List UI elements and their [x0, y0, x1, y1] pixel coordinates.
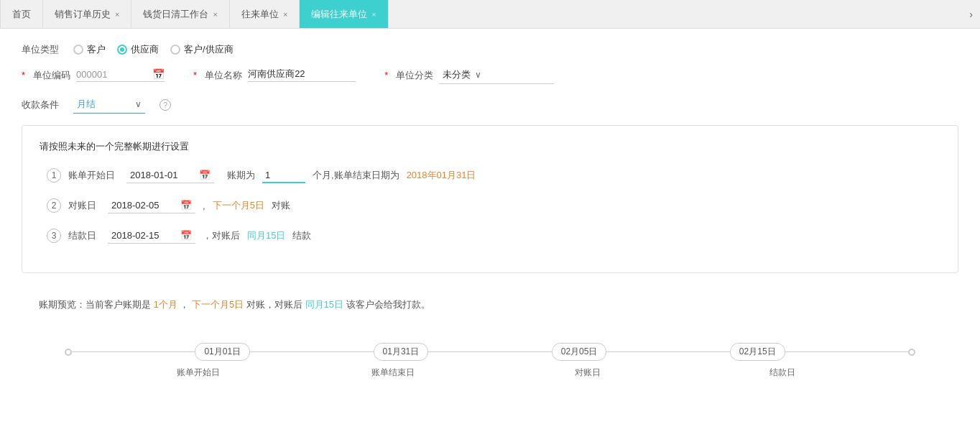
preview-next-date: 下一个月5日: [192, 299, 244, 310]
timeline-node-3: 02月05日: [552, 343, 607, 361]
tab-cash-work[interactable]: 钱货日清工作台 ×: [131, 0, 229, 28]
unit-name-label: 单位名称: [205, 69, 242, 82]
setting-row-2: 2 对账日 📅 , 下一个月5日 对账: [40, 198, 940, 213]
unit-category-select[interactable]: 未分类 ∨: [439, 66, 554, 84]
timeline-line-2: [250, 351, 373, 352]
close-tab-sales-order[interactable]: ×: [115, 10, 119, 19]
timeline-label-1: 账单开始日: [170, 367, 227, 379]
unit-category-value: 未分类: [443, 68, 471, 81]
tl-label-text-4: 结款日: [769, 367, 795, 379]
preview-section: 账期预览：当前客户账期是 1个月 ， 下一个月5日 对账，对账后 同月15日 该…: [22, 285, 958, 324]
timeline-container: 01月01日 01月31日 02月05日 02月15日 账单开始日: [22, 324, 958, 390]
unit-cat-star: *: [384, 70, 388, 80]
start-date-calendar-icon[interactable]: 📅: [199, 170, 211, 180]
payment-highlight: 同月15日: [247, 229, 285, 242]
unit-code-field: 📅: [76, 68, 165, 82]
card-title: 请按照未来的一个完整帐期进行设置: [40, 140, 940, 153]
timeline-line-5: [785, 351, 908, 352]
reconcile-highlight: 下一个月5日: [213, 199, 264, 212]
unit-info-row: * 单位编码 📅 * 单位名称 * 单位分类 未分类 ∨: [22, 66, 958, 84]
payment-date-field[interactable]: [111, 230, 176, 241]
tab-sales-order[interactable]: 销售订单历史 ×: [43, 0, 131, 28]
radio-customer[interactable]: 客户: [73, 43, 106, 56]
period-input[interactable]: [262, 168, 305, 183]
close-tab-cash-work[interactable]: ×: [213, 10, 217, 19]
setting-row-1: 1 账单开始日 📅 账期为 个月,账单结束日期为 2018年01月31日: [40, 167, 940, 183]
timeline-dot-start: [65, 349, 72, 356]
start-date-input: 📅: [126, 167, 214, 183]
timeline-badge-1: 01月01日: [195, 343, 250, 361]
preview-prefix: 账期预览：当前客户账期是: [39, 299, 151, 310]
timeline-badge-3: 02月05日: [552, 343, 607, 361]
timeline-dot-end: [908, 349, 915, 356]
calendar-icon[interactable]: 📅: [152, 68, 165, 80]
payment-suffix-2: 结款: [292, 229, 311, 242]
close-tab-partner[interactable]: ×: [283, 10, 287, 19]
unit-code-label: 单位编码: [33, 69, 70, 82]
row-num-3: 3: [47, 229, 61, 243]
unit-name-star: *: [193, 70, 197, 80]
unit-name-field: [248, 69, 356, 82]
timeline-track: 01月01日 01月31日 02月05日 02月15日: [43, 331, 937, 367]
radio-both-label: 客户/供应商: [184, 43, 234, 56]
period-prefix: 账期为: [227, 169, 255, 182]
unit-category-label: 单位分类: [396, 69, 433, 82]
timeline-label-3: 对账日: [559, 367, 616, 379]
close-tab-edit-partner[interactable]: ×: [371, 10, 376, 19]
tab-partner[interactable]: 往来单位 ×: [230, 0, 300, 28]
settings-card: 请按照未来的一个完整帐期进行设置 1 账单开始日 📅 账期为 个月,账单结束日期…: [22, 125, 958, 273]
payment-chevron-icon: ∨: [135, 99, 142, 109]
timeline-labels: 账单开始日 账单结束日 对账日 结款日: [43, 367, 937, 390]
timeline-line-1: [72, 351, 195, 352]
radio-customer-circle: [73, 45, 83, 55]
reconcile-date-field[interactable]: [111, 200, 176, 211]
start-date-label: 账单开始日: [68, 169, 115, 182]
unit-type-radio-group: 客户 供应商 客户/供应商: [73, 43, 234, 56]
reconcile-date-input: 📅: [108, 198, 195, 213]
end-date-value: 2018年01月31日: [407, 169, 476, 182]
radio-supplier-circle: [117, 45, 127, 55]
radio-supplier-label: 供应商: [131, 43, 159, 56]
preview-period: 1个月: [154, 299, 177, 310]
timeline-line-3: [428, 351, 551, 352]
period-suffix: 个月,账单结束日期为: [313, 169, 399, 182]
payment-value: 月结: [77, 98, 131, 111]
payment-suffix-1: ，对账后: [203, 229, 240, 242]
payment-calendar-icon[interactable]: 📅: [180, 230, 192, 241]
radio-both[interactable]: 客户/供应商: [170, 43, 234, 56]
tl-label-text-3: 对账日: [575, 367, 601, 379]
chevron-down-icon: ∨: [475, 70, 481, 80]
preview-suffix: 该客户会给我打款。: [346, 299, 430, 310]
reconcile-calendar-icon[interactable]: 📅: [180, 200, 192, 211]
tab-cash-work-label: 钱货日清工作台: [143, 8, 208, 21]
unit-name-input[interactable]: [248, 69, 356, 80]
radio-both-circle: [170, 45, 180, 55]
unit-code-star: *: [22, 70, 25, 80]
timeline-node-2: 01月31日: [374, 343, 429, 361]
main-content: 单位类型 客户 供应商 客户/供应商 * 单位编码 📅: [0, 29, 980, 437]
start-date-field[interactable]: [130, 170, 195, 180]
reconcile-date-label: 对账日: [68, 199, 96, 212]
payment-label: 收款条件: [22, 98, 59, 111]
row-num-1: 1: [47, 168, 61, 183]
help-icon[interactable]: ?: [160, 99, 171, 111]
timeline-label-4: 结款日: [754, 367, 811, 379]
reconcile-suffix-1: ,: [203, 201, 205, 211]
tab-edit-partner-label: 编辑往来单位: [311, 8, 367, 21]
timeline-badge-4: 02月15日: [730, 343, 785, 361]
reconcile-suffix-2: 对账: [272, 199, 290, 212]
payment-select[interactable]: 月结 ∨: [73, 96, 145, 114]
timeline-node-4: 02月15日: [730, 343, 785, 361]
tab-arrow[interactable]: ›: [962, 0, 980, 28]
unit-type-row: 单位类型 客户 供应商 客户/供应商: [22, 43, 958, 56]
tab-edit-partner[interactable]: 编辑往来单位 ×: [300, 0, 388, 28]
setting-row-3: 3 结款日 📅 ，对账后 同月15日 结款: [40, 228, 940, 244]
tab-home[interactable]: 首页: [0, 0, 43, 28]
unit-code-input[interactable]: [76, 69, 148, 80]
preview-same-date: 同月15日: [305, 299, 343, 310]
radio-supplier[interactable]: 供应商: [117, 43, 159, 56]
payment-row: 收款条件 月结 ∨ ?: [22, 96, 958, 114]
timeline-line-4: [606, 351, 729, 352]
preview-comma: ，: [180, 299, 189, 310]
preview-middle: 对账，对账后: [246, 299, 302, 310]
